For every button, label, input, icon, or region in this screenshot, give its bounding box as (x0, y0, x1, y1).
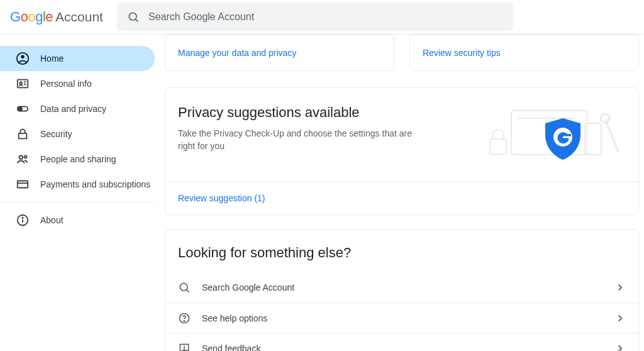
svg-point-22 (601, 114, 609, 123)
review-security-tips-link[interactable]: Review security tips (410, 35, 638, 70)
svg-point-29 (184, 348, 184, 349)
sidebar-item-about[interactable]: About (0, 208, 155, 233)
sidebar: Home Personal info Data and privacy Secu… (0, 35, 155, 350)
sidebar-item-security[interactable]: Security (0, 121, 155, 147)
svg-rect-10 (19, 133, 27, 138)
action-label: Send feedback (202, 343, 260, 352)
card-data-privacy: Manage your data and privacy (165, 35, 394, 71)
review-suggestion-link[interactable]: Review suggestion (1) (165, 181, 638, 214)
svg-point-24 (180, 283, 187, 291)
svg-line-1 (136, 20, 138, 22)
privacy-illustration (481, 104, 626, 167)
svg-point-11 (19, 156, 23, 160)
chevron-right-icon (614, 282, 626, 293)
brand-account-word: Account (55, 9, 103, 25)
sidebar-divider (0, 202, 155, 203)
privacy-suggestions-card: Privacy suggestions available Take the P… (165, 87, 639, 215)
sidebar-item-label: Personal info (40, 79, 92, 89)
sidebar-item-payments[interactable]: Payments and subscriptions (0, 172, 155, 197)
logo-block[interactable]: Google Account (10, 9, 117, 25)
search-icon (178, 281, 191, 294)
svg-rect-21 (490, 139, 506, 154)
toggle-icon (15, 101, 30, 116)
sidebar-item-label: Payments and subscriptions (40, 179, 150, 189)
svg-point-0 (129, 13, 136, 20)
sidebar-item-label: About (40, 215, 64, 225)
header: Google Account (0, 0, 644, 35)
chevron-right-icon (614, 343, 626, 352)
svg-point-12 (25, 155, 27, 158)
privacy-card-body: Take the Privacy Check-Up and choose the… (178, 127, 417, 153)
card-icon (15, 177, 30, 192)
action-search-account[interactable]: Search Google Account (165, 272, 638, 303)
card-security-tips: Review security tips (409, 35, 639, 71)
main-content: Manage your data and privacy Review secu… (155, 35, 644, 350)
sidebar-item-label: Home (40, 53, 64, 64)
svg-rect-4 (18, 80, 28, 88)
svg-point-17 (22, 218, 23, 218)
search-icon (127, 11, 140, 23)
sidebar-item-label: Security (40, 129, 72, 139)
action-label: See help options (202, 313, 267, 323)
search-bar[interactable] (117, 3, 513, 31)
id-card-icon (15, 76, 30, 91)
google-logo: Google (10, 9, 53, 25)
chevron-right-icon (614, 313, 626, 324)
sidebar-item-personal-info[interactable]: Personal info (0, 71, 155, 96)
lock-icon (15, 126, 30, 142)
help-icon (178, 312, 191, 325)
svg-point-5 (19, 82, 22, 84)
feedback-icon (178, 342, 191, 352)
manage-data-privacy-link[interactable]: Manage your data and privacy (165, 35, 394, 70)
people-icon (15, 152, 30, 167)
sidebar-item-people-sharing[interactable]: People and sharing (0, 147, 155, 172)
info-icon (15, 213, 30, 228)
privacy-card-title: Privacy suggestions available (178, 104, 417, 121)
action-help-options[interactable]: See help options (165, 303, 638, 333)
sidebar-item-label: Data and privacy (40, 104, 106, 114)
home-person-icon (15, 51, 30, 66)
svg-point-3 (21, 55, 25, 59)
svg-rect-13 (18, 181, 28, 188)
looking-card-title: Looking for something else? (165, 230, 638, 267)
sidebar-item-label: People and sharing (40, 154, 116, 164)
sidebar-item-home[interactable]: Home (0, 46, 155, 71)
svg-point-27 (184, 320, 184, 321)
action-label: Search Google Account (202, 282, 294, 292)
action-send-feedback[interactable]: Send feedback (165, 333, 638, 351)
svg-point-9 (19, 107, 22, 111)
svg-line-25 (187, 290, 189, 292)
search-input[interactable] (148, 11, 503, 23)
sidebar-item-data-privacy[interactable]: Data and privacy (0, 96, 155, 121)
looking-for-card: Looking for something else? Search Googl… (165, 229, 639, 351)
